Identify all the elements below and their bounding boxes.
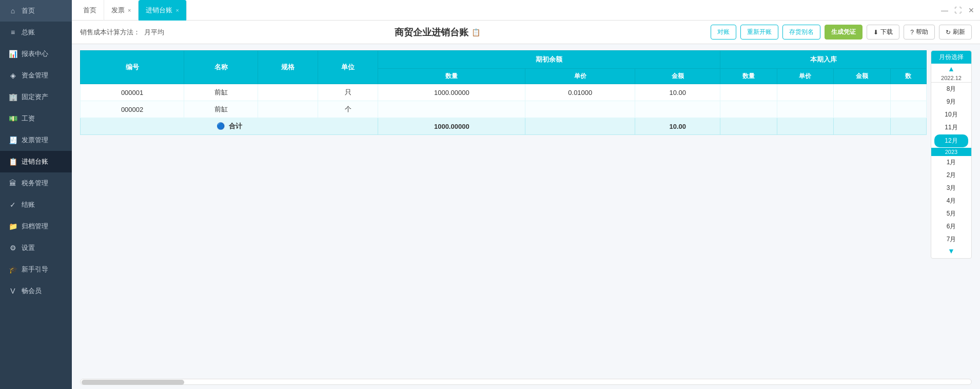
row2-unit: 个	[318, 101, 378, 118]
sidebar-item-period-end[interactable]: ✓ 结账	[0, 194, 72, 216]
col-in-price: 单价	[777, 69, 833, 84]
row1-initial-price: 0.01000	[525, 84, 635, 101]
sidebar: ⌂ 首页 ≡ 总账 📊 报表中心 ◈ 资金管理 🏢 固定资产 💵 工资 🧾 发票…	[0, 0, 72, 389]
cost-method: 销售成本计算方法： 月平均	[80, 28, 164, 37]
sidebar-item-archive[interactable]: 📁 归档管理	[0, 216, 72, 237]
home-icon: ⌂	[8, 7, 17, 15]
generate-button[interactable]: 生成凭证	[825, 25, 863, 40]
sidebar-item-label: 设置	[22, 243, 35, 252]
sidebar-item-label: 资金管理	[22, 71, 48, 80]
sidebar-item-fixed-assets[interactable]: 🏢 固定资产	[0, 86, 72, 108]
row2-name: 前缸	[184, 101, 258, 118]
title-text: 商贸企业进销台账	[395, 26, 468, 38]
month-5[interactable]: 5月	[931, 207, 971, 220]
period-end-icon: ✓	[8, 201, 17, 209]
table-wrapper: 编号 名称 规格 单位 期初余额 本期入库 数量 单价 金额 数量	[80, 50, 927, 373]
sidebar-item-tax-management[interactable]: 🏛 税务管理	[0, 172, 72, 194]
guide-icon: 🎓	[8, 265, 17, 274]
sidebar-item-settings[interactable]: ⚙ 设置	[0, 237, 72, 259]
month-2[interactable]: 2月	[931, 169, 971, 182]
row1-id: 000001	[81, 84, 184, 101]
tab-purchase-sales-label: 进销台账	[146, 6, 172, 15]
sidebar-item-invoice-management[interactable]: 🧾 发票管理	[0, 129, 72, 151]
total-label: 🔵 合计	[81, 118, 378, 135]
minimize-button[interactable]: —	[940, 6, 949, 15]
month-11[interactable]: 11月	[931, 121, 971, 134]
month-panel-title: 月份选择	[931, 51, 971, 64]
month-4[interactable]: 4月	[931, 194, 971, 207]
total-in-qty	[720, 118, 777, 135]
archive-icon: 📁	[8, 222, 17, 230]
sidebar-item-payroll[interactable]: 💵 工资	[0, 108, 72, 129]
sidebar-item-guide[interactable]: 🎓 新手引导	[0, 259, 72, 280]
month-9[interactable]: 9月	[931, 95, 971, 108]
total-in-amount	[834, 118, 890, 135]
sidebar-item-fund-management[interactable]: ◈ 资金管理	[0, 65, 72, 86]
toolbar-buttons: 对账 重新开账 存货别名 生成凭证 ⬇ 下载 ? 帮助 ↻ 刷新	[711, 25, 972, 40]
sidebar-item-home[interactable]: ⌂ 首页	[0, 0, 72, 22]
sidebar-item-label: 工资	[22, 114, 35, 123]
table-container: 编号 名称 规格 单位 期初余额 本期入库 数量 单价 金额 数量	[72, 44, 980, 379]
col-spec: 规格	[258, 51, 318, 84]
row1-initial-qty: 1000.00000	[378, 84, 525, 101]
col-initial-price: 单价	[525, 69, 635, 84]
row1-in-amount	[834, 84, 890, 101]
month-1[interactable]: 1月	[931, 156, 971, 169]
tax-icon: 🏛	[8, 179, 17, 187]
month-8[interactable]: 8月	[931, 83, 971, 95]
sidebar-item-label: 报表中心	[22, 49, 48, 59]
refresh-button[interactable]: ↻ 刷新	[939, 25, 972, 40]
title-icon: 📋	[472, 28, 480, 36]
download-label: 下载	[880, 28, 893, 36]
month-nav-up-button[interactable]: ▲	[946, 65, 957, 73]
ledger-icon: ≡	[8, 28, 17, 36]
row2-in-qty	[720, 101, 777, 118]
tab-invoice[interactable]: 发票 ×	[104, 0, 139, 21]
col-in-amount: 金额	[834, 69, 890, 84]
col-current-in: 本期入库	[720, 51, 927, 69]
help-button[interactable]: ? 帮助	[904, 25, 935, 40]
cunaibieming-button[interactable]: 存货别名	[782, 25, 820, 40]
row1-name: 前缸	[184, 84, 258, 101]
total-in-extra	[890, 118, 926, 135]
tab-purchase-sales-close[interactable]: ×	[175, 7, 179, 13]
download-button[interactable]: ⬇ 下载	[867, 25, 899, 40]
maximize-button[interactable]: ⛶	[953, 6, 963, 15]
chongxin-button[interactable]: 重新开账	[740, 25, 778, 40]
month-7[interactable]: 7月	[931, 233, 971, 246]
month-12[interactable]: 12月	[934, 134, 968, 147]
sidebar-item-purchase-sales[interactable]: 📋 进销台账	[0, 151, 72, 172]
tab-purchase-sales-ledger[interactable]: 进销台账 ×	[139, 0, 186, 21]
scrollbar-thumb[interactable]	[82, 380, 184, 385]
table-row: 000002 前缸 个	[81, 101, 927, 118]
tab-home[interactable]: 首页	[76, 0, 104, 21]
row1-in-extra	[890, 84, 926, 101]
sidebar-item-report-center[interactable]: 📊 报表中心	[0, 43, 72, 65]
sidebar-item-label: 归档管理	[22, 222, 48, 231]
sidebar-item-label: 首页	[22, 6, 35, 15]
month-10[interactable]: 10月	[931, 108, 971, 121]
month-3[interactable]: 3月	[931, 182, 971, 194]
toolbar: 销售成本计算方法： 月平均 商贸企业进销台账 📋 对账 重新开账 存货别名 生成…	[72, 21, 980, 44]
refresh-icon: ↻	[946, 29, 951, 36]
page-title: 商贸企业进销台账 📋	[170, 26, 704, 38]
month-nav-down-button[interactable]: ▼	[946, 247, 957, 255]
duizhang-button[interactable]: 对账	[711, 25, 736, 40]
sidebar-item-general-ledger[interactable]: ≡ 总账	[0, 22, 72, 43]
row2-in-price	[777, 101, 833, 118]
month-nav-up: ▲	[931, 64, 971, 74]
month-6[interactable]: 6月	[931, 220, 971, 233]
row2-id: 000002	[81, 101, 184, 118]
purchase-sales-icon: 📋	[8, 158, 17, 166]
sidebar-item-vip[interactable]: V 畅会员	[0, 280, 72, 302]
month-nav-down: ▼	[931, 246, 971, 256]
close-button[interactable]: ✕	[967, 6, 976, 15]
table-row: 000001 前缸 只 1000.00000 0.01000 10.00	[81, 84, 927, 101]
horizontal-scrollbar[interactable]	[80, 379, 972, 385]
tab-home-label: 首页	[83, 6, 96, 15]
tab-invoice-close[interactable]: ×	[128, 7, 131, 13]
payroll-icon: 💵	[8, 114, 17, 123]
total-icon: 🔵	[217, 122, 225, 130]
total-in-price	[777, 118, 833, 135]
sidebar-item-label: 进销台账	[22, 157, 48, 166]
